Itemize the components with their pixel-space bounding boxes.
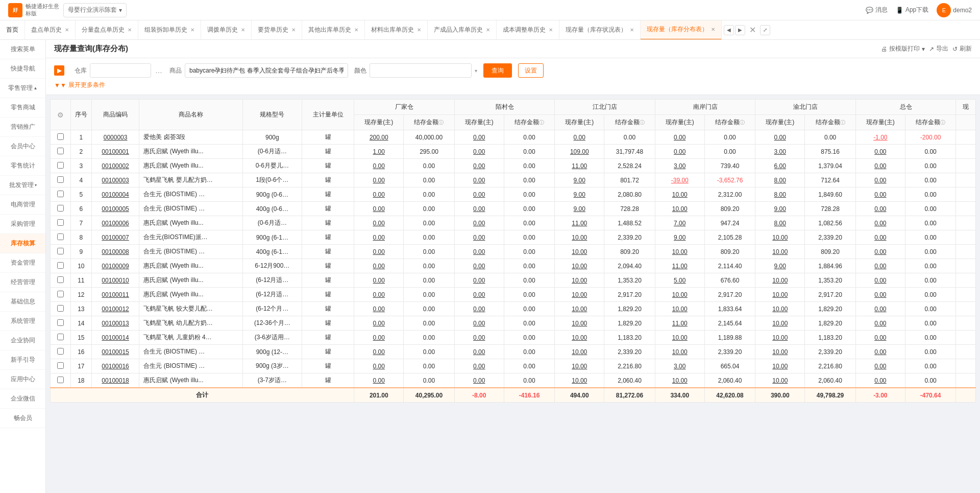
col-total-qty[interactable]: -1.00: [855, 130, 905, 145]
print-button[interactable]: 🖨 按模版打印 ▾: [881, 44, 925, 53]
col-changjia-qty[interactable]: 0.00: [354, 345, 404, 359]
col-code[interactable]: 00100002: [91, 159, 139, 173]
col-total-qty[interactable]: 0.00: [855, 245, 905, 259]
col-mucun-qty[interactable]: 0.00: [454, 216, 504, 230]
tab-stock-status[interactable]: 现存量（库存状况表） ✕: [559, 20, 641, 40]
col-mucun-qty[interactable]: 0.00: [454, 187, 504, 202]
col-changjia-qty[interactable]: 0.00: [354, 316, 404, 331]
col-checkbox[interactable]: [51, 259, 71, 273]
col-nanan-qty[interactable]: 10.00: [655, 245, 704, 259]
col-yubei-qty[interactable]: 10.00: [755, 230, 805, 245]
col-mucun-qty[interactable]: 0.00: [454, 345, 504, 359]
col-nanan-qty[interactable]: 10.00: [655, 288, 704, 302]
warehouse-input[interactable]: [90, 63, 151, 78]
col-changjia-qty[interactable]: 0.00: [354, 331, 404, 345]
close-icon[interactable]: ✕: [291, 27, 296, 33]
col-nanan-qty[interactable]: 9.00: [655, 230, 704, 245]
col-code[interactable]: 00100016: [91, 359, 139, 373]
sidebar-item-search[interactable]: 搜索英单: [0, 40, 45, 59]
col-mucun-qty[interactable]: 0.00: [454, 316, 504, 331]
col-mucun-qty[interactable]: 0.00: [454, 359, 504, 373]
col-total-qty[interactable]: 0.00: [855, 288, 905, 302]
col-code[interactable]: 00100003: [91, 173, 139, 187]
col-changjia-qty[interactable]: 0.00: [354, 216, 404, 230]
col-jiangbei-qty[interactable]: 10.00: [555, 345, 604, 359]
col-yubei-qty[interactable]: 6.00: [755, 159, 805, 173]
close-icon[interactable]: ✕: [241, 27, 245, 33]
col-nanan-qty[interactable]: 10.00: [655, 187, 704, 202]
col-nanan-qty[interactable]: 3.00: [655, 159, 704, 173]
col-total-qty[interactable]: 0.00: [855, 302, 905, 316]
sidebar-item-app-center[interactable]: 应用中心: [0, 370, 45, 389]
col-jiangbei-qty[interactable]: 10.00: [555, 359, 604, 373]
tab-material-out[interactable]: 材料出库单历史 ✕: [365, 20, 428, 40]
col-checkbox[interactable]: [51, 331, 71, 345]
sidebar-item-wechat[interactable]: 企业微信: [0, 389, 45, 409]
sidebar-item-ecommerce[interactable]: 电商管理: [0, 195, 45, 215]
col-code[interactable]: 00100012: [91, 302, 139, 316]
col-yubei-qty[interactable]: 10.00: [755, 331, 805, 345]
col-nanan-qty[interactable]: 11.00: [655, 316, 704, 331]
col-jiangbei-qty[interactable]: 9.00: [555, 187, 604, 202]
tab-transfer[interactable]: 调拨单历史 ✕: [201, 20, 252, 40]
col-nanan-qty[interactable]: 3.00: [655, 359, 704, 373]
sidebar-item-system[interactable]: 系统管理: [0, 312, 45, 331]
col-yubei-qty[interactable]: 10.00: [755, 288, 805, 302]
expand-conditions-button[interactable]: ▼▼ 展开更多条件: [54, 81, 972, 89]
col-mucun-qty[interactable]: 0.00: [454, 273, 504, 288]
col-total-qty[interactable]: 0.00: [855, 259, 905, 273]
refresh-button[interactable]: ↺ 刷新: [952, 44, 972, 53]
sidebar-item-newbie[interactable]: 新手引导: [0, 350, 45, 370]
col-changjia-qty[interactable]: 0.00: [354, 288, 404, 302]
table-area[interactable]: ⚙ 序号 商品编码 商品名称 规格型号 主计量单位 厂家仓 陌村仓 江北门店 南…: [46, 95, 980, 493]
col-nanan-qty[interactable]: 11.00: [655, 259, 704, 273]
close-icon[interactable]: ✕: [630, 27, 634, 33]
col-mucun-qty[interactable]: 0.00: [454, 230, 504, 245]
col-code[interactable]: 00100005: [91, 202, 139, 216]
col-jiangbei-qty[interactable]: 11.00: [555, 216, 604, 230]
col-mucun-qty[interactable]: 0.00: [454, 202, 504, 216]
col-changjia-qty[interactable]: 1.00: [354, 145, 404, 159]
col-jiangbei-qty[interactable]: 9.00: [555, 202, 604, 216]
col-total-qty[interactable]: 0.00: [855, 159, 905, 173]
col-changjia-qty[interactable]: 200.00: [354, 130, 404, 145]
col-mucun-qty[interactable]: 0.00: [454, 173, 504, 187]
col-total-qty[interactable]: 0.00: [855, 230, 905, 245]
col-code[interactable]: 00100006: [91, 216, 139, 230]
col-jiangbei-qty[interactable]: 0.00: [555, 130, 604, 145]
col-total-qty[interactable]: 0.00: [855, 173, 905, 187]
close-icon[interactable]: ✕: [190, 27, 194, 33]
col-nanan-qty[interactable]: 7.00: [655, 216, 704, 230]
col-jiangbei-qty[interactable]: 10.00: [555, 273, 604, 288]
col-checkbox[interactable]: [51, 173, 71, 187]
tab-split-count[interactable]: 分量盘点单历史 ✕: [76, 20, 138, 40]
nav-next-button[interactable]: ▶: [735, 25, 745, 35]
color-input[interactable]: [370, 63, 472, 78]
col-mucun-qty[interactable]: 0.00: [454, 245, 504, 259]
col-jiangbei-qty[interactable]: 10.00: [555, 373, 604, 388]
col-changjia-qty[interactable]: 0.00: [354, 173, 404, 187]
close-icon[interactable]: ✕: [549, 27, 553, 33]
col-total-qty[interactable]: 0.00: [855, 187, 905, 202]
message-action[interactable]: 💬 消息: [866, 6, 888, 14]
col-mucun-qty[interactable]: 0.00: [454, 288, 504, 302]
col-total-qty[interactable]: 0.00: [855, 145, 905, 159]
col-checkbox[interactable]: [51, 202, 71, 216]
col-code[interactable]: 00100008: [91, 245, 139, 259]
col-code[interactable]: 00100010: [91, 273, 139, 288]
col-mucun-qty[interactable]: 0.00: [454, 159, 504, 173]
close-icon[interactable]: ✕: [354, 27, 358, 33]
col-changjia-qty[interactable]: 0.00: [354, 302, 404, 316]
col-changjia-qty[interactable]: 0.00: [354, 359, 404, 373]
expand-nav-button[interactable]: ⤢: [760, 25, 770, 35]
col-yubei-qty[interactable]: 10.00: [755, 245, 805, 259]
col-checkbox[interactable]: [51, 187, 71, 202]
col-mucun-qty[interactable]: 0.00: [454, 130, 504, 145]
settings-button[interactable]: 设置: [518, 63, 544, 78]
close-all-button[interactable]: ✕: [746, 25, 759, 35]
col-yubei-qty[interactable]: 0.00: [755, 130, 805, 145]
col-code[interactable]: 00100013: [91, 316, 139, 331]
col-code[interactable]: 00100001: [91, 145, 139, 159]
sidebar-item-operations[interactable]: 经营管理: [0, 273, 45, 292]
col-code[interactable]: 00100014: [91, 331, 139, 345]
